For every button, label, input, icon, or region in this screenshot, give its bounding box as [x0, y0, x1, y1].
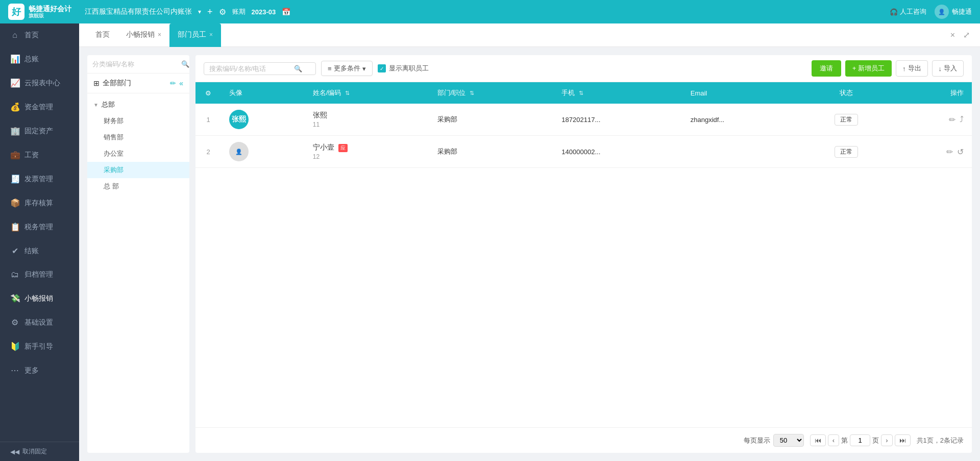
sidebar-item-assets[interactable]: 🏢 固定资产	[0, 119, 79, 143]
row2-name-code-block: 宁小壹 应 12	[313, 143, 421, 160]
next-page-btn[interactable]: ›	[881, 434, 892, 446]
dept-child-general[interactable]: 总 部	[87, 178, 189, 195]
sidebar-item-reports[interactable]: 📈 云报表中心	[0, 71, 79, 95]
tab-home[interactable]: 首页	[87, 23, 118, 47]
employee-panel: 🔍 ≡ 更多条件 ▾ ✓ 显示离职员工 邀请 + 新增员工	[195, 55, 972, 453]
guide-icon: 🔰	[10, 342, 19, 351]
unpin-icon: ◀◀	[10, 448, 19, 455]
sidebar-item-home[interactable]: ⌂ 首页	[0, 23, 79, 47]
dept-child-purchase[interactable]: 采购部	[87, 162, 189, 178]
prev-page-btn[interactable]: ‹	[828, 434, 839, 446]
tab-minimize-btn[interactable]: ×	[948, 28, 957, 42]
col-phone: 手机 ⇅	[553, 82, 682, 104]
show-resigned-toggle[interactable]: ✓ 显示离职员工	[378, 64, 429, 73]
reports-icon: 📈	[10, 78, 19, 88]
ai-consult-btn[interactable]: 🎧 人工咨询	[890, 7, 926, 16]
sidebar-item-settings[interactable]: ⚙ 基础设置	[0, 310, 79, 334]
import-btn[interactable]: ↓ 导入	[932, 60, 964, 77]
add-company-btn[interactable]: +	[207, 7, 213, 16]
invite-btn[interactable]: 邀请	[812, 60, 841, 77]
sidebar-item-checkout[interactable]: ✔ 结账	[0, 239, 79, 263]
add-employee-btn[interactable]: + 新增员工	[845, 60, 892, 77]
tabs-bar: 首页 小畅报销 × 部门员工 × × ⤢	[79, 23, 980, 47]
row1-edit-btn[interactable]: ✏	[949, 115, 955, 125]
row2-action-icons: ✏ ↺	[901, 147, 964, 157]
calendar-icon[interactable]: 📅	[282, 8, 290, 16]
expense-icon: 💸	[10, 294, 19, 303]
row1-name-code-block: 张熙 11	[313, 111, 421, 128]
total-info: 共1页，2条记录	[917, 436, 964, 445]
col-email: Email	[682, 82, 800, 104]
tab-dept-close[interactable]: ×	[209, 31, 213, 38]
row2-avatar-cell: 👤	[221, 136, 305, 168]
row2-index: 2	[195, 136, 221, 168]
user-avatar: 👤	[935, 5, 949, 19]
dept-group-header-head[interactable]: ▼ 总部	[87, 96, 189, 113]
row1-status-badge: 正常	[835, 114, 858, 126]
col-name-code: 姓名/编码 ⇅	[305, 82, 429, 104]
user-info[interactable]: 👤 畅捷通	[935, 5, 972, 19]
per-page-select[interactable]: 50 10 20 100	[773, 434, 804, 447]
dept-search-input[interactable]	[92, 60, 178, 68]
employee-search-input[interactable]	[209, 65, 291, 72]
sidebar-label-more: 更多	[24, 366, 39, 375]
top-bar-center: 江西服宝精品有限责任公司内账张 ▾ + ⚙ 账期 2023-03 📅	[85, 7, 890, 17]
tab-expense-close[interactable]: ×	[158, 31, 161, 38]
settings-col-icon[interactable]: ⚙	[205, 89, 211, 97]
employee-data-table: ⚙ 头像 姓名/编码 ⇅ 部门/职位 ⇅ 手机 ⇅ Email 状态 操作	[195, 82, 972, 168]
dept-all-label-btn[interactable]: ⊞ 全部部门	[93, 79, 131, 88]
page-nav: ⏮ ‹ 第 页 › ⏭	[810, 434, 911, 446]
logo-text: 畅捷通好会计 旗舰版	[29, 5, 71, 19]
employee-toolbar: 🔍 ≡ 更多条件 ▾ ✓ 显示离职员工 邀请 + 新增员工	[195, 55, 972, 82]
first-page-btn[interactable]: ⏮	[810, 434, 826, 446]
sidebar-item-ledger[interactable]: 📊 总账	[0, 47, 79, 71]
settings-nav-icon: ⚙	[10, 318, 19, 327]
sidebar-item-invoice[interactable]: 🧾 发票管理	[0, 167, 79, 191]
dept-edit-btn[interactable]: ✏	[170, 79, 176, 87]
dept-child-office[interactable]: 办公室	[87, 145, 189, 162]
employee-search-icon[interactable]: 🔍	[294, 65, 302, 72]
tab-dept-employee[interactable]: 部门员工 ×	[169, 23, 221, 47]
dept-child-sales[interactable]: 销售部	[87, 129, 189, 145]
sidebar-item-more[interactable]: ⋯ 更多	[0, 358, 79, 382]
row2-avatar: 👤	[229, 142, 249, 161]
tab-expense[interactable]: 小畅报销 ×	[118, 23, 169, 47]
sidebar-item-funds[interactable]: 💰 资金管理	[0, 95, 79, 119]
dept-search-icon[interactable]: 🔍	[181, 60, 189, 68]
dept-all-header: ⊞ 全部部门 ✏ «	[87, 74, 189, 93]
tab-maximize-btn[interactable]: ⤢	[961, 28, 972, 42]
tab-home-label: 首页	[95, 30, 110, 39]
export-btn[interactable]: ↑ 导出	[896, 60, 928, 77]
dept-group-label-head: 总部	[102, 100, 115, 109]
top-bar-right: 🎧 人工咨询 👤 畅捷通	[890, 5, 972, 19]
dept-group-head: ▼ 总部 财务部 销售部 办公室 采购部 总 部	[87, 96, 189, 195]
row2-name-code: 宁小壹 应 12	[305, 136, 429, 168]
settings-btn[interactable]: ⚙	[219, 7, 226, 17]
row1-name: 张熙	[313, 111, 421, 120]
sidebar-label-tax: 税务管理	[24, 223, 53, 232]
sidebar-item-salary[interactable]: 💼 工资	[0, 143, 79, 167]
dept-collapse-btn[interactable]: «	[179, 79, 183, 87]
sidebar-label-guide: 新手引导	[24, 342, 53, 351]
dept-child-finance[interactable]: 财务部	[87, 113, 189, 129]
username: 畅捷通	[952, 7, 972, 16]
sidebar-item-tax[interactable]: 📋 税务管理	[0, 215, 79, 239]
headset-icon: 🎧	[890, 8, 898, 16]
employee-search-box: 🔍	[204, 62, 316, 75]
row2-refresh-btn[interactable]: ↺	[957, 147, 964, 157]
filter-btn[interactable]: ≡ 更多条件 ▾	[321, 61, 373, 76]
row1-phone: 187202117...	[553, 104, 682, 136]
row2-edit-btn[interactable]: ✏	[946, 147, 953, 157]
page-number-input[interactable]	[850, 434, 870, 446]
sidebar-unpin[interactable]: ◀◀ 取消固定	[0, 442, 79, 461]
sidebar-item-inventory[interactable]: 📦 库存核算	[0, 191, 79, 215]
sidebar-item-archive[interactable]: 🗂 归档管理	[0, 263, 79, 286]
page-label-pre: 第	[841, 436, 848, 445]
inventory-icon: 📦	[10, 198, 19, 208]
sidebar-item-expense[interactable]: 💸 小畅报销	[0, 286, 79, 310]
row1-logout-btn[interactable]: ⤴	[960, 115, 964, 124]
company-dropdown-btn[interactable]: ▾	[198, 8, 201, 15]
last-page-btn[interactable]: ⏭	[895, 434, 911, 446]
dept-grid-icon: ⊞	[93, 79, 100, 87]
sidebar-item-guide[interactable]: 🔰 新手引导	[0, 334, 79, 358]
